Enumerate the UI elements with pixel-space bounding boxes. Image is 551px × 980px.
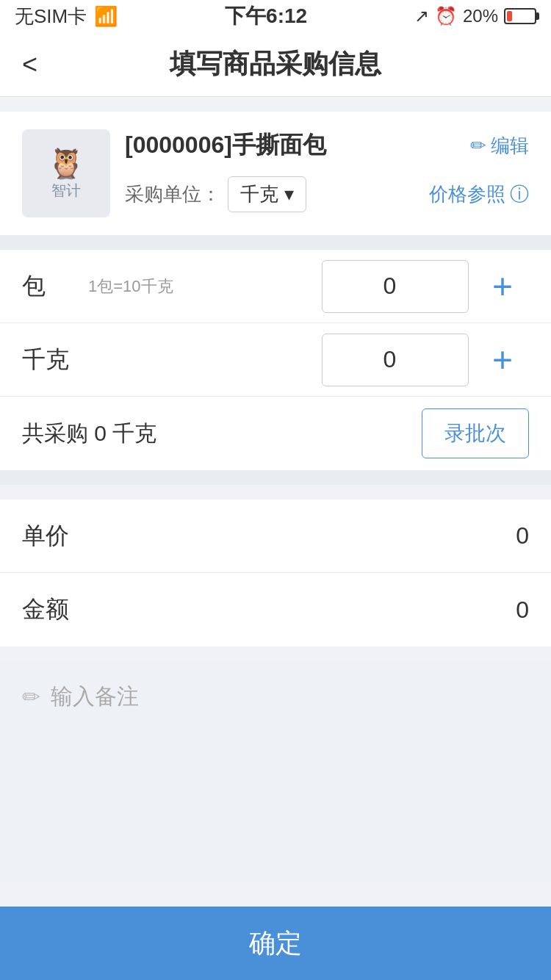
summary-label: 共采购 0 千克 [22, 419, 422, 449]
product-image: 🦉 智计 [22, 129, 110, 217]
remark-section[interactable]: ✏ 输入备注 [0, 661, 551, 882]
carrier-text: 无SIM卡 [15, 4, 87, 29]
summary-row: 共采购 0 千克 录批次 [0, 397, 551, 470]
pencil-icon: ✏ [22, 684, 40, 710]
info-section: 单价 0 金额 0 [0, 500, 551, 646]
unit-value: 千克 [240, 181, 278, 207]
unit-dropdown[interactable]: 千克 ▾ [228, 176, 306, 212]
kg-plus-button[interactable]: + [476, 334, 529, 386]
location-icon: ↗ [414, 6, 429, 26]
section-divider-1 [0, 235, 551, 250]
back-button[interactable]: < [22, 49, 66, 80]
page-title: 填写商品采购信息 [170, 46, 381, 82]
dropdown-chevron-icon: ▾ [284, 183, 294, 206]
kg-row: 千克 + [0, 323, 551, 397]
brand-text: 智计 [48, 181, 84, 201]
bag-input-group: + [322, 260, 529, 313]
bag-row: 包 1包=10千克 + [0, 250, 551, 323]
nav-bar: < 填写商品采购信息 [0, 32, 551, 97]
product-image-inner: 🦉 智计 [48, 146, 84, 201]
product-name: [0000006]手撕面包 [125, 129, 326, 162]
info-circle-icon: ⓘ [510, 181, 529, 207]
unit-price-value: 0 [516, 522, 529, 550]
product-name-row: [0000006]手撕面包 ✏ 编辑 [125, 129, 529, 162]
time-display: 下午6:12 [225, 2, 307, 30]
battery-text: 20% [463, 6, 498, 26]
wifi-icon: 📶 [94, 5, 118, 28]
amount-label: 金额 [22, 594, 516, 626]
battery-fill [507, 11, 512, 21]
price-ref-label: 价格参照 [429, 181, 505, 207]
unit-label: 采购单位： [125, 181, 220, 207]
bag-input[interactable] [322, 260, 469, 313]
alarm-icon: ⏰ [435, 6, 457, 26]
bag-label: 包 [22, 270, 81, 303]
bag-plus-button[interactable]: + [476, 260, 529, 313]
product-info: [0000006]手撕面包 ✏ 编辑 采购单位： 千克 ▾ 价格参照 ⓘ [125, 129, 529, 212]
kg-label: 千克 [22, 344, 81, 376]
unit-selector-group: 采购单位： 千克 ▾ [125, 176, 306, 212]
amount-value: 0 [516, 597, 529, 624]
status-right: ↗ ⏰ 20% [414, 6, 536, 26]
confirm-bar[interactable]: 确定 [0, 907, 551, 980]
owl-icon: 🦉 [48, 146, 84, 181]
form-section: 包 1包=10千克 + 千克 + [0, 250, 551, 397]
price-ref-button[interactable]: 价格参照 ⓘ [429, 181, 529, 207]
status-bar: 无SIM卡 📶 下午6:12 ↗ ⏰ 20% [0, 0, 551, 32]
remark-placeholder: ✏ 输入备注 [22, 682, 529, 712]
confirm-text: 确定 [249, 926, 302, 962]
bag-sublabel: 1包=10千克 [88, 275, 322, 298]
unit-price-row: 单价 0 [0, 500, 551, 573]
remark-placeholder-text: 输入备注 [51, 682, 139, 712]
record-batch-button[interactable]: 录批次 [422, 408, 529, 458]
edit-icon: ✏ [470, 134, 486, 157]
edit-label: 编辑 [491, 133, 529, 159]
status-left: 无SIM卡 📶 [15, 4, 118, 29]
kg-input-group: + [322, 334, 529, 386]
kg-input[interactable] [322, 334, 469, 386]
edit-button[interactable]: ✏ 编辑 [470, 133, 529, 159]
section-divider-2 [0, 470, 551, 485]
battery-icon [504, 8, 536, 24]
amount-row: 金额 0 [0, 573, 551, 646]
unit-price-label: 单价 [22, 520, 516, 552]
product-card: 🦉 智计 [0000006]手撕面包 ✏ 编辑 采购单位： 千克 ▾ 价格参照 … [0, 112, 551, 235]
product-unit-row: 采购单位： 千克 ▾ 价格参照 ⓘ [125, 176, 529, 212]
